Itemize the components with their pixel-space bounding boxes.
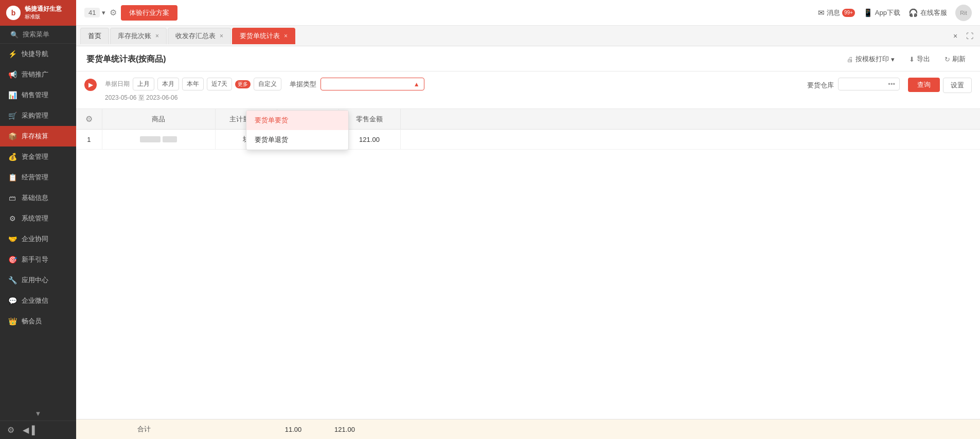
- filter-settings-btn[interactable]: 设置: [943, 78, 972, 93]
- print-btn[interactable]: 🖨 按模板打印 ▾: [843, 52, 899, 66]
- col-settings: ⚙: [76, 109, 102, 130]
- page-actions: 🖨 按模板打印 ▾ ⬇ 导出 ↻ 刷新: [843, 52, 970, 66]
- online-service-btn[interactable]: 🎧 在线客服: [908, 8, 947, 17]
- message-icon: ✉: [818, 8, 825, 17]
- warehouse-filter-group: 要货仓库 •••: [807, 78, 900, 90]
- sidebar-item-operations[interactable]: 📋 经营管理: [0, 167, 76, 188]
- wechat-icon: 💬: [7, 296, 17, 306]
- export-btn[interactable]: ⬇ 导出: [905, 52, 934, 66]
- dropdown-item-order-request[interactable]: 要货单要货: [246, 111, 348, 130]
- search-icon: 🔍: [10, 31, 19, 39]
- sidebar-item-label: 企业微信: [22, 296, 48, 305]
- app-logo: b 畅捷通好生意 标准版: [0, 0, 76, 26]
- collapse-sidebar-icon[interactable]: ◀▐: [23, 425, 34, 435]
- date-this-year-btn[interactable]: 本年: [182, 78, 204, 90]
- tab-expand-btn[interactable]: ⛶: [964, 30, 976, 42]
- sidebar-item-label: 基础信息: [22, 193, 48, 203]
- sidebar-item-inventory[interactable]: 📦 库存核算: [0, 126, 76, 147]
- query-btn[interactable]: 查询: [908, 78, 940, 92]
- date-last-month-btn[interactable]: 上月: [133, 78, 154, 90]
- online-service-icon: 🎧: [908, 8, 918, 17]
- sidebar-item-system[interactable]: ⚙ 系统管理: [0, 208, 76, 229]
- app-download-label: App下载: [875, 8, 900, 17]
- user-name: Rit: [960, 10, 967, 16]
- tab-order-stats-label: 要货单统计表: [240, 31, 280, 41]
- filter-expand-btn[interactable]: ▶: [84, 79, 97, 91]
- logo-title: 畅捷通好生意: [25, 5, 62, 13]
- tab-order-stats-close[interactable]: ×: [284, 32, 288, 40]
- tab-batch-account-close[interactable]: ×: [155, 32, 159, 40]
- sidebar-item-sales[interactable]: 📊 销售管理: [0, 85, 76, 105]
- sidebar-item-finance[interactable]: 💰 资金管理: [0, 147, 76, 167]
- user-avatar[interactable]: Rit: [955, 5, 972, 21]
- member-icon: 👑: [7, 316, 17, 326]
- col-empty: [400, 109, 980, 130]
- sidebar-item-wechat[interactable]: 💬 企业微信: [0, 290, 76, 311]
- date-more-badge[interactable]: 更多: [235, 80, 251, 88]
- sidebar-item-guide[interactable]: 🎯 新手引导: [0, 249, 76, 270]
- tab-batch-account[interactable]: 库存批次账 ×: [110, 28, 167, 44]
- warehouse-filter-input[interactable]: •••: [838, 78, 900, 90]
- dropdown-item-order-return[interactable]: 要货单退货: [246, 130, 348, 150]
- sidebar-search-label: 搜索菜单: [23, 30, 49, 39]
- chevron-down-icon: ▾: [102, 9, 105, 16]
- sidebar-item-label: 应用中心: [22, 276, 48, 285]
- data-table: ⚙ 商品 主计量单位 主数量 零售金额 1: [76, 109, 980, 150]
- sales-icon: 📊: [7, 90, 17, 100]
- type-filter-label: 单据类型: [290, 80, 316, 89]
- date-this-month-btn[interactable]: 本月: [157, 78, 179, 90]
- sidebar-item-basic[interactable]: 🗃 基础信息: [0, 188, 76, 208]
- settings-footer-icon[interactable]: ⚙: [7, 425, 14, 435]
- finance-icon: 💰: [7, 152, 17, 162]
- table-row: 1 块 11.00 121.00: [76, 130, 980, 150]
- sidebar-search[interactable]: 🔍 搜索菜单: [0, 26, 76, 44]
- sidebar-item-label: 系统管理: [22, 214, 48, 223]
- purchase-icon: 🛒: [7, 111, 17, 121]
- type-filter-input[interactable]: ▲: [320, 78, 424, 90]
- footer-amount: 121.00: [319, 426, 370, 433]
- online-service-label: 在线客服: [920, 8, 947, 17]
- sidebar-item-label: 采购管理: [22, 111, 48, 120]
- date-custom-btn[interactable]: 自定义: [254, 78, 281, 90]
- sidebar-item-label: 畅会员: [22, 317, 42, 326]
- tab-order-stats[interactable]: 要货单统计表 ×: [232, 28, 295, 44]
- table-header-row: ⚙ 商品 主计量单位 主数量 零售金额: [76, 109, 980, 130]
- warehouse-dots-icon[interactable]: •••: [888, 80, 895, 88]
- tab-batch-account-label: 库存批次账: [118, 31, 151, 41]
- main-area: 41 ▾ ⚙ 体验行业方案 ✉ 消息 99+ 📱 App下载 🎧 在线客服 Ri…: [76, 0, 980, 439]
- table-settings-icon[interactable]: ⚙: [85, 115, 93, 123]
- message-label: 消息: [827, 8, 840, 17]
- date-last-7days-btn[interactable]: 近7天: [207, 78, 232, 90]
- sidebar-item-appstore[interactable]: 🔧 应用中心: [0, 270, 76, 290]
- cell-product: [102, 130, 215, 150]
- tab-recv-summary-label: 收发存汇总表: [175, 31, 216, 41]
- tabs-bar: 首页 库存批次账 × 收发存汇总表 × 要货单统计表 × × ⛶: [76, 26, 980, 46]
- type-filter-field[interactable]: [325, 80, 412, 88]
- trial-btn[interactable]: 体验行业方案: [121, 5, 177, 21]
- app-download-icon: 📱: [863, 8, 873, 17]
- store-selector[interactable]: 41 ▾: [84, 8, 105, 17]
- system-icon: ⚙: [7, 213, 17, 224]
- sidebar-item-label: 快捷导航: [22, 49, 48, 59]
- sidebar-item-purchase[interactable]: 🛒 采购管理: [0, 105, 76, 126]
- topbar-settings-icon[interactable]: ⚙: [110, 8, 117, 17]
- message-btn[interactable]: ✉ 消息 99+: [818, 8, 855, 17]
- app-download-btn[interactable]: 📱 App下载: [863, 8, 900, 17]
- tab-recv-summary-close[interactable]: ×: [220, 32, 223, 40]
- sidebar-item-member[interactable]: 👑 畅会员: [0, 311, 76, 332]
- refresh-btn[interactable]: ↻ 刷新: [940, 52, 970, 66]
- refresh-label: 刷新: [952, 54, 966, 64]
- sidebar-item-collab[interactable]: 🤝 企业协同: [0, 229, 76, 249]
- sidebar-nav: ⚡ 快捷导航 📢 营销推广 📊 销售管理 🛒 采购管理 📦 库存核算 💰 资金管…: [0, 44, 76, 407]
- tab-close-all-btn[interactable]: ×: [949, 30, 961, 42]
- sidebar-item-quick-nav[interactable]: ⚡ 快捷导航: [0, 44, 76, 64]
- table-footer: 合计 11.00 121.00: [76, 419, 980, 439]
- sidebar-item-marketing[interactable]: 📢 营销推广: [0, 64, 76, 85]
- tab-recv-summary[interactable]: 收发存汇总表 ×: [168, 28, 231, 44]
- sidebar-item-label: 库存核算: [22, 132, 48, 141]
- store-number: 41: [84, 8, 100, 17]
- export-icon: ⬇: [909, 56, 915, 63]
- sidebar-scroll-down[interactable]: ▼: [0, 407, 76, 420]
- product-name-placeholder2: [163, 136, 177, 142]
- tab-home[interactable]: 首页: [80, 28, 109, 44]
